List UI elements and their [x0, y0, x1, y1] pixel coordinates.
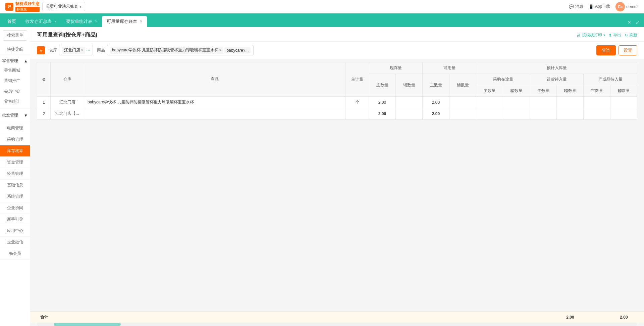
- row2-available-main: 2.00: [423, 108, 449, 120]
- warehouse-more-dots[interactable]: ···: [87, 48, 90, 53]
- refresh-btn[interactable]: ↻ 刷新: [625, 32, 637, 38]
- sidebar-item-appstore[interactable]: 应用中心: [0, 225, 30, 237]
- sidebar-item-enterprise[interactable]: 企业协同: [0, 202, 30, 214]
- warehouse-tag: 江北门店 ×: [62, 47, 85, 54]
- table-row: 2 江北门店【... 2.00 2.00: [37, 108, 637, 120]
- top-bar: 好 畅捷通好生意 标准版 母婴行业演示账套 ▾ 💬 消息 📱 App下载 Ea …: [0, 0, 644, 13]
- divider-2: [0, 121, 30, 121]
- logo-text: 畅捷通好生意 标准版: [15, 1, 40, 12]
- filter-actions: 查询 设置: [596, 45, 637, 55]
- th-settings-icon[interactable]: ⚙: [37, 62, 51, 97]
- industry-selector[interactable]: 母婴行业演示账套 ▾: [42, 2, 85, 11]
- tab-close-order[interactable]: ×: [95, 19, 97, 24]
- th-stock-main: 主数量: [369, 74, 396, 97]
- th-product: 商品: [84, 62, 345, 97]
- sidebar-item-retail-mall[interactable]: 零售商城: [0, 65, 30, 76]
- tab-receive-summary[interactable]: 收发存汇总表 ×: [21, 16, 61, 27]
- sidebar-item-finance[interactable]: 资金管理: [0, 157, 30, 168]
- product-input[interactable]: babycare学饮杯 儿童防摔防撞吸管杯重力球吸嘴杯宝宝水杯 × babyca…: [107, 45, 254, 55]
- tab-home[interactable]: 首页: [3, 16, 21, 27]
- page-actions: 🖨 按模板打印 ▾ ⬆ 导出 ↻ 刷新: [577, 32, 637, 38]
- sidebar-item-vip[interactable]: 畅会员: [0, 248, 30, 260]
- sidebar-item-retail-stats[interactable]: 零售统计: [0, 96, 30, 107]
- sidebar-item-wechat[interactable]: 企业微信: [0, 237, 30, 248]
- sidebar-item-marketing[interactable]: 营销推广: [0, 76, 30, 86]
- message-btn[interactable]: 💬 消息: [569, 4, 583, 9]
- sidebar-section-retail[interactable]: 零售管理 ▲: [0, 55, 30, 65]
- sidebar-item-ecommerce[interactable]: 电商管理: [0, 123, 30, 134]
- sidebar-item-operations[interactable]: 经营管理: [0, 168, 30, 180]
- filter-bar: » 仓库 江北门店 × ··· 商品 babycare学饮杯 儿童防摔防撞吸管杯…: [30, 41, 644, 59]
- user-menu[interactable]: Ea demo2: [615, 2, 639, 11]
- row2-warehouse: 江北门店【...: [51, 108, 84, 120]
- tab-available-stock[interactable]: 可用量库存账本 ×: [102, 16, 147, 27]
- top-bar-right: 💬 消息 📱 App下载 Ea demo2: [569, 2, 639, 11]
- page-title: 可用量查询(按仓库+商品): [37, 32, 97, 39]
- sidebar-item-purchase[interactable]: 采购管理: [0, 134, 30, 145]
- table-row: 1 江北门店 babycare学饮杯 儿童防摔防撞吸管杯重力球吸嘴杯宝宝水杯 个…: [37, 97, 637, 108]
- warehouse-input[interactable]: 江北门店 × ···: [59, 45, 93, 55]
- table-footer: 合计 2.00 2.00: [30, 311, 644, 323]
- row1-stock-main: 2.00: [369, 97, 396, 108]
- warehouse-tag-close[interactable]: ×: [81, 48, 83, 52]
- data-table: ⚙ 仓库 商品 主计量 现存量 可用量 预计入库量 主数量 辅数量 主数量 辅数…: [37, 62, 637, 120]
- filter-expand-btn[interactable]: »: [37, 46, 45, 54]
- message-icon: 💬: [569, 4, 574, 9]
- th-available-main: 主数量: [423, 74, 449, 97]
- row2-product: [84, 108, 345, 120]
- sidebar-section-wholesale[interactable]: 批发管理 ▼: [0, 110, 30, 120]
- row1-incoming-aux: [557, 97, 584, 108]
- warehouse-label: 仓库: [49, 47, 57, 53]
- product-tag-1-close[interactable]: ×: [219, 48, 221, 52]
- sidebar: 搜索菜单 快捷导航 零售管理 ▲ 零售商城 营销推广 会员中心 零售统计 批发管…: [0, 27, 30, 326]
- sidebar-item-basic[interactable]: 基础信息: [0, 180, 30, 191]
- row1-purchase-aux: [503, 97, 530, 108]
- close-tab-btn[interactable]: ×: [627, 18, 632, 27]
- row1-available-aux: [449, 97, 476, 108]
- chevron-down-icon: ▾: [79, 4, 82, 9]
- row1-product: babycare学饮杯 儿童防摔防撞吸管杯重力球吸嘴杯宝宝水杯: [84, 97, 345, 108]
- query-button[interactable]: 查询: [596, 45, 616, 55]
- settings-button[interactable]: 设置: [619, 45, 637, 55]
- row1-production-main: [584, 97, 610, 108]
- tab-close-available[interactable]: ×: [140, 19, 142, 24]
- search-menu-btn[interactable]: 搜索菜单: [3, 30, 27, 41]
- app-download-btn[interactable]: 📱 App下载: [589, 4, 610, 9]
- row2-production-main: [584, 108, 610, 120]
- footer-label: 合计: [37, 314, 52, 320]
- row2-available-aux: [449, 108, 476, 120]
- row1-purchase-main: [476, 97, 503, 108]
- row1-production-aux: [610, 97, 637, 108]
- product-tag-2: babycare?...: [224, 47, 251, 53]
- refresh-icon: ↻: [625, 33, 628, 38]
- product-label: 商品: [97, 47, 105, 53]
- row1-unit: 个: [345, 97, 369, 108]
- th-production-group: 产成品待入量: [584, 74, 637, 85]
- content-area: 可用量查询(按仓库+商品) 🖨 按模板打印 ▾ ⬆ 导出 ↻ 刷新 »: [30, 27, 644, 326]
- logo-icon: 好: [5, 3, 13, 11]
- row1-incoming-main: [530, 97, 557, 108]
- sidebar-item-system[interactable]: 系统管理: [0, 191, 30, 202]
- footer-available-main: 2.00: [610, 315, 637, 320]
- warehouse-filter: 仓库 江北门店 × ···: [49, 45, 93, 55]
- row1-index: 1: [37, 97, 51, 108]
- sidebar-item-quicknav[interactable]: 快捷导航: [0, 44, 30, 55]
- product-tag-1: babycare学饮杯 儿童防摔防撞吸管杯重力球吸嘴杯宝宝水杯 ×: [110, 47, 223, 54]
- chevron-icon-wholesale: ▼: [24, 113, 28, 118]
- sidebar-item-inventory[interactable]: 库存核算: [0, 145, 30, 157]
- template-print-btn[interactable]: 🖨 按模板打印 ▾: [577, 32, 605, 38]
- table-container: ⚙ 仓库 商品 主计量 现存量 可用量 预计入库量 主数量 辅数量 主数量 辅数…: [30, 59, 644, 311]
- horizontal-scrollbar[interactable]: [37, 323, 637, 326]
- sidebar-search-area: 搜索菜单: [0, 27, 30, 44]
- maximize-btn[interactable]: ⤢: [634, 18, 641, 27]
- tab-order-stats[interactable]: 要货单统计表 ×: [61, 16, 102, 27]
- row2-index: 2: [37, 108, 51, 120]
- th-purchase-group: 采购在途量: [476, 74, 530, 85]
- sidebar-item-newbie[interactable]: 新手引导: [0, 214, 30, 225]
- tab-close-receive[interactable]: ×: [54, 19, 57, 24]
- th-incoming-main: 主数量: [530, 85, 557, 97]
- divider-1: [0, 108, 30, 108]
- row2-stock-main: 2.00: [369, 108, 396, 120]
- export-btn[interactable]: ⬆ 导出: [608, 32, 621, 38]
- sidebar-item-member[interactable]: 会员中心: [0, 86, 30, 96]
